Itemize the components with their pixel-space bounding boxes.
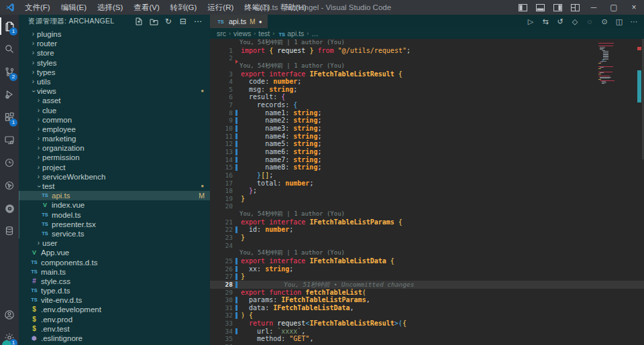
toggle-sidebar-icon[interactable] [514, 0, 531, 15]
remote-explorer-icon[interactable] [0, 129, 19, 151]
tree-file-servicets[interactable]: TSservice.ts [19, 229, 210, 238]
extension-eye-icon[interactable] [0, 197, 19, 220]
explorer-icon[interactable]: 1 [0, 15, 19, 38]
extension-clock-icon[interactable] [0, 151, 19, 174]
breadcrumb-item-apits[interactable]: TSapi.ts [277, 29, 304, 38]
tree-folder-marketing[interactable]: ›marketing [19, 134, 210, 143]
refresh-explorer-icon[interactable]: ↻ [163, 16, 174, 27]
code-line-13[interactable]: 13 name6: string; [210, 148, 644, 156]
run-code-icon[interactable]: ▷ [525, 17, 537, 26]
code-line-12[interactable]: 12 name5: string; [210, 140, 644, 148]
code-line-35[interactable]: 35 method: "GET", [210, 335, 644, 343]
previous-change-icon[interactable]: ↺ [554, 17, 566, 26]
code-line-21[interactable]: 21export interface IFetchTableListParams… [210, 218, 644, 226]
code-line-2[interactable]: 2 [210, 54, 644, 62]
tree-folder-permission[interactable]: ›permission [19, 153, 210, 162]
close-button[interactable]: × [624, 0, 644, 15]
customize-layout-icon[interactable] [566, 0, 584, 15]
tree-folder-styles[interactable]: ›styles [19, 58, 210, 68]
breadcrumb-item-[interactable]: … [311, 29, 319, 38]
tab-api-ts[interactable]: TS api.ts M ● [210, 15, 268, 28]
tree-file-envprod[interactable]: $.env.prod [19, 315, 210, 324]
explorer-more-actions-icon[interactable]: ⋯ [193, 16, 203, 27]
breadcrumb-item-test[interactable]: test [258, 29, 270, 38]
tree-folder-employee[interactable]: ›employee [19, 125, 210, 134]
code-line-29[interactable]: 29export function fetchTableList( [210, 289, 644, 297]
tree-file-apits[interactable]: TSapi.tsM [19, 191, 210, 200]
tree-folder-utils[interactable]: ›utils [19, 77, 210, 86]
database-icon[interactable] [0, 220, 19, 243]
extensions-icon[interactable]: 1 [0, 106, 19, 129]
new-file-icon[interactable] [133, 16, 144, 27]
maximize-button[interactable]: ▢ [604, 0, 624, 15]
code-line-25[interactable]: 25export interface IFetchTableListData { [210, 257, 644, 265]
menu-G[interactable]: 转到(G) [165, 0, 203, 15]
tree-folder-router[interactable]: ›router [19, 39, 210, 48]
tree-file-modelts[interactable]: TSmodel.ts [19, 210, 210, 220]
tree-folder-user[interactable]: ›user [19, 238, 210, 248]
tree-folder-test[interactable]: ›test● [19, 182, 210, 191]
tree-folder-clue[interactable]: ›clue [19, 106, 210, 115]
menu-H[interactable]: 帮助(H) [275, 0, 312, 15]
tree-folder-organization[interactable]: ›organization [19, 143, 210, 153]
tree-folder-views[interactable]: ›views● [19, 86, 210, 96]
code-line-18[interactable]: 18 }; [210, 187, 644, 195]
menu-R[interactable]: 运行(R) [202, 0, 239, 15]
tree-file-indexvue[interactable]: Vindex.vue [19, 200, 210, 210]
tree-folder-store[interactable]: ›store [19, 48, 210, 58]
code-line-34[interactable]: 34 url: `xxxx`, [210, 328, 644, 336]
minimize-button[interactable]: ─ [584, 0, 604, 15]
menu-V[interactable]: 查看(V) [128, 0, 164, 15]
toggle-panel-icon[interactable] [531, 0, 549, 15]
tree-file-stylecss[interactable]: #style.css [19, 277, 210, 286]
tree-folder-asset[interactable]: ›asset [19, 96, 210, 105]
code-line-19[interactable]: 19} [210, 195, 644, 203]
next-change-icon[interactable]: ◌ [584, 17, 596, 25]
tree-file-maints[interactable]: TSmain.ts [19, 267, 210, 277]
breadcrumb-item-views[interactable]: views [233, 29, 251, 38]
code-line-3[interactable]: 3export interface IFetchTableListResult … [210, 70, 644, 78]
code-line-8[interactable]: 8 name1: string; [210, 109, 644, 117]
code-line-27[interactable]: 27} [210, 273, 644, 281]
new-folder-icon[interactable] [148, 16, 159, 27]
menu-F[interactable]: 文件(F) [19, 0, 56, 15]
code-line-28[interactable]: 28You, 51秒钟前 • Uncommitted changes [210, 281, 644, 289]
open-changes-icon[interactable]: ⇆ [539, 17, 551, 26]
collapse-folders-icon[interactable]: ⊟ [178, 16, 189, 27]
tree-file-Appvue[interactable]: VApp.vue [19, 248, 210, 257]
codelens-annotation[interactable]: You, 54秒钟前 | 1 author (You) [210, 62, 644, 70]
code-line-9[interactable]: 9 name2: string; [210, 117, 644, 125]
search-icon[interactable] [0, 38, 19, 60]
code-line-33[interactable]: 33 return request<IFetchTableListResult>… [210, 320, 644, 328]
minimap[interactable] [598, 42, 629, 122]
code-line-30[interactable]: 30 params: IFetchTableListParams, [210, 296, 644, 304]
code-line-20[interactable]: 20 [210, 202, 644, 210]
account-icon[interactable] [0, 303, 19, 326]
code-line-23[interactable]: 23} [210, 234, 644, 242]
run-debug-icon[interactable] [0, 83, 19, 106]
code-line-22[interactable]: 22 id: number; [210, 226, 644, 234]
code-line-1[interactable]: 1import { request } from "@/utils/reques… [210, 47, 644, 55]
code-line-17[interactable]: 17 total: number; [210, 180, 644, 188]
tree-folder-project[interactable]: ›project [19, 163, 210, 172]
tree-file-typedts[interactable]: TStype.d.ts [19, 286, 210, 295]
codelens-annotation[interactable]: You, 54秒钟前 | 1 author (You) [210, 249, 644, 257]
code-line-7[interactable]: 7 records: { [210, 101, 644, 109]
code-line-15[interactable]: 15 name8: string; [210, 163, 644, 171]
menu-E[interactable]: 编辑(E) [56, 0, 92, 15]
tree-folder-serviceWorkbench[interactable]: ›serviceWorkbench [19, 172, 210, 182]
tree-folder-plugins[interactable]: ›plugins [19, 29, 210, 39]
tree-file-presentertsx[interactable]: TSpresenter.tsx [19, 220, 210, 229]
code-line-24[interactable]: 24 [210, 242, 644, 250]
file-history-icon[interactable]: ⊙ [598, 17, 610, 26]
codelens-annotation[interactable]: You, 54秒钟前 | 1 author (You) [210, 210, 644, 218]
extension-pointer-icon[interactable] [0, 174, 19, 197]
tree-file-envtest[interactable]: $.env.test [19, 324, 210, 334]
code-line-6[interactable]: 6 result: { [210, 93, 644, 101]
tree-file-envdevelopment[interactable]: $.env.development [19, 305, 210, 314]
toggle-secondary-sidebar-icon[interactable] [549, 0, 566, 15]
tree-file-componentsdts[interactable]: TScomponents.d.ts [19, 258, 210, 267]
tab-dirty-dot-icon[interactable]: ● [259, 19, 262, 25]
tree-folder-types[interactable]: ›types [19, 68, 210, 77]
source-control-icon[interactable]: 2 [0, 60, 19, 83]
